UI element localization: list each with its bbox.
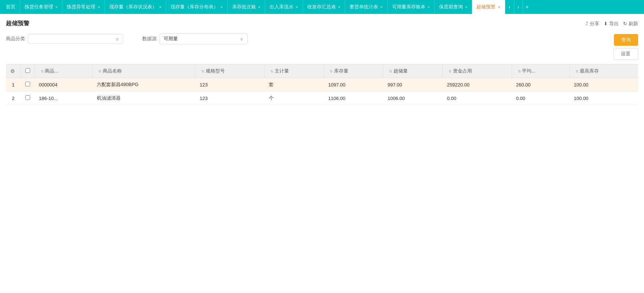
close-icon[interactable]: × bbox=[428, 5, 430, 9]
cell-stock: 1106.00 bbox=[324, 92, 383, 105]
cell-avg: 260.00 bbox=[512, 78, 570, 92]
nav-item-task[interactable]: 拣货任务管理 × bbox=[20, 0, 62, 14]
row-checkbox-cell[interactable] bbox=[21, 92, 34, 105]
export-icon: ⬇ bbox=[604, 21, 608, 26]
th-product-name[interactable]: ⇅ 商品名称 bbox=[92, 64, 195, 78]
cell-product-name: 机油滤清器 bbox=[92, 92, 195, 105]
nav-item-stock-status[interactable]: 现存量（库存状况表） × bbox=[105, 0, 166, 14]
select-all-checkbox[interactable] bbox=[25, 68, 30, 73]
sort-icon: ⇅ bbox=[449, 69, 451, 73]
th-gear[interactable]: ⚙ bbox=[6, 64, 21, 78]
datasource-filter-group: 数据源 可用量 ∨ bbox=[142, 33, 248, 44]
share-icon: ⤴ bbox=[586, 21, 588, 26]
cell-capital: 259220.00 bbox=[443, 78, 512, 92]
row-checkbox[interactable] bbox=[25, 95, 30, 100]
nav-item-home[interactable]: 首页 bbox=[1, 0, 20, 14]
cell-avg: 0.00 bbox=[512, 92, 570, 105]
close-icon[interactable]: × bbox=[296, 5, 298, 9]
cell-overstock: 997.00 bbox=[383, 78, 443, 92]
th-unit[interactable]: ⇅ 主计量 bbox=[264, 64, 324, 78]
cell-capital: 0.00 bbox=[443, 92, 512, 105]
sort-icon: ⇅ bbox=[270, 69, 273, 73]
datasource-label: 数据源 bbox=[142, 36, 157, 42]
sort-icon: ⇅ bbox=[98, 69, 101, 73]
query-button[interactable]: 查询 bbox=[614, 34, 638, 46]
content-wrap: 超储预警 ⤴ 分享 ⬇ 导出 ↻ 刷新 bbox=[6, 20, 638, 105]
nav-item-overstock[interactable]: 超储预警 × bbox=[472, 0, 505, 14]
header-actions: ⤴ 分享 ⬇ 导出 ↻ 刷新 bbox=[586, 21, 638, 27]
nav-item-stock-dist[interactable]: 现存量（库存分布表） × bbox=[166, 0, 227, 14]
cell-max-stock: 100.00 bbox=[570, 78, 638, 92]
table-header-row: ⚙ ⇅ 商品... ⇅ 商品名称 ⇅ 规格型号 bbox=[6, 64, 638, 78]
close-icon[interactable]: × bbox=[258, 5, 260, 9]
nav-bar: 首页 拣货任务管理 × 拣货异常处理 × 现存量（库存状况表） × 现存量（库存… bbox=[0, 0, 644, 14]
row-num: 1 bbox=[6, 78, 21, 92]
cell-unit: 套 bbox=[264, 78, 324, 92]
datasource-value: 可用量 bbox=[164, 36, 178, 42]
nav-item-order-stat[interactable]: 要货单统计表 × bbox=[345, 0, 387, 14]
th-product-code[interactable]: ⇅ 商品... bbox=[34, 64, 92, 78]
filter-line: 商品分类 ∨ 数据源 可用量 ∨ bbox=[6, 33, 607, 44]
th-max-stock[interactable]: ⇅ 最高库存 bbox=[570, 64, 638, 78]
page-title: 超储预警 bbox=[6, 20, 29, 27]
page-header: 超储预警 ⤴ 分享 ⬇ 导出 ↻ 刷新 bbox=[6, 20, 638, 27]
nav-item-expiry[interactable]: 保质期查询 × bbox=[435, 0, 472, 14]
cell-product-code: 186-10... bbox=[34, 92, 92, 105]
chevron-down-icon: ∨ bbox=[116, 36, 119, 42]
nav-next-button[interactable]: › bbox=[514, 0, 523, 14]
sort-icon: ⇅ bbox=[41, 69, 44, 73]
category-label: 商品分类 bbox=[6, 36, 25, 42]
row-checkbox-cell[interactable] bbox=[21, 78, 34, 92]
row-num: 2 bbox=[6, 92, 21, 105]
cell-overstock: 1006.00 bbox=[383, 92, 443, 105]
cell-max-stock: 100.00 bbox=[570, 92, 638, 105]
sort-icon: ⇅ bbox=[518, 69, 521, 73]
category-filter-group: 商品分类 ∨ bbox=[6, 34, 123, 44]
refresh-button[interactable]: ↻ 刷新 bbox=[623, 21, 638, 27]
th-spec[interactable]: ⇅ 规格型号 bbox=[195, 64, 264, 78]
close-icon[interactable]: × bbox=[338, 5, 340, 9]
nav-item-available[interactable]: 可用量库存账本 × bbox=[388, 0, 435, 14]
nav-item-batch[interactable]: 库存批次账 × bbox=[228, 0, 265, 14]
cell-stock: 1097.00 bbox=[324, 78, 383, 92]
th-overstock[interactable]: ⇅ 超储量 bbox=[383, 64, 443, 78]
th-capital[interactable]: ⇅ 资金占用 bbox=[443, 64, 512, 78]
sort-icon: ⇅ bbox=[201, 69, 204, 73]
category-select[interactable]: ∨ bbox=[28, 34, 123, 44]
close-icon[interactable]: × bbox=[55, 5, 58, 9]
close-icon[interactable]: × bbox=[380, 5, 383, 9]
table-row: 2 186-10... 机油滤清器 123 个 1106.00 1006.00 … bbox=[6, 92, 638, 105]
close-icon[interactable]: × bbox=[159, 5, 161, 9]
cell-product-name: 六配套新昌490BPG bbox=[92, 78, 195, 92]
th-stock[interactable]: ⇅ 库存量 bbox=[324, 64, 383, 78]
nav-item-flow[interactable]: 出入库流水 × bbox=[265, 0, 303, 14]
close-icon[interactable]: × bbox=[465, 5, 467, 9]
gear-icon[interactable]: ⚙ bbox=[10, 68, 15, 74]
sort-icon: ⇅ bbox=[389, 69, 392, 73]
main-content: 超储预警 ⤴ 分享 ⬇ 导出 ↻ 刷新 bbox=[0, 14, 644, 293]
close-icon[interactable]: × bbox=[220, 5, 223, 9]
datasource-select[interactable]: 可用量 ∨ bbox=[160, 33, 248, 44]
sort-icon: ⇅ bbox=[330, 69, 333, 73]
export-button[interactable]: ⬇ 导出 bbox=[604, 21, 619, 27]
cell-unit: 个 bbox=[264, 92, 324, 105]
cell-spec: 123 bbox=[195, 78, 264, 92]
refresh-icon: ↻ bbox=[623, 21, 627, 26]
close-icon[interactable]: × bbox=[98, 5, 100, 9]
sort-icon: ⇅ bbox=[575, 69, 578, 73]
nav-prev-button[interactable]: ‹ bbox=[505, 0, 514, 14]
nav-item-summary[interactable]: 收发存汇总表 × bbox=[303, 0, 345, 14]
cell-spec: 123 bbox=[195, 92, 264, 105]
close-icon[interactable]: × bbox=[498, 5, 500, 9]
cell-product-code: 0000004 bbox=[34, 78, 92, 92]
th-avg[interactable]: ⇅ 平均... bbox=[512, 64, 570, 78]
settings-button[interactable]: 设置 bbox=[613, 48, 638, 60]
nav-item-exception[interactable]: 拣货异常处理 × bbox=[62, 0, 105, 14]
th-checkbox[interactable] bbox=[21, 64, 34, 78]
row-checkbox[interactable] bbox=[25, 82, 30, 86]
chevron-down-icon: ∨ bbox=[240, 36, 244, 42]
data-table: ⚙ ⇅ 商品... ⇅ 商品名称 ⇅ 规格型号 bbox=[6, 64, 638, 105]
nav-close-button[interactable]: × bbox=[523, 0, 531, 14]
share-button[interactable]: ⤴ 分享 bbox=[586, 21, 599, 27]
table-row: 1 0000004 六配套新昌490BPG 123 套 1097.00 997.… bbox=[6, 78, 638, 92]
